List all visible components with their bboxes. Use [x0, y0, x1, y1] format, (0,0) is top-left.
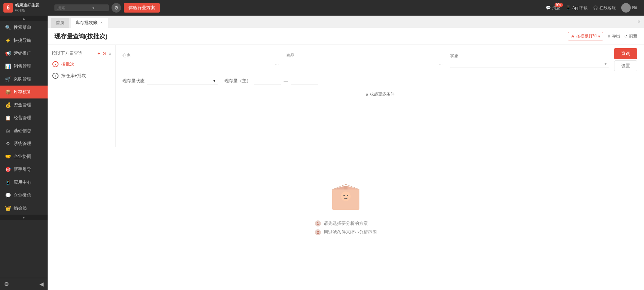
- warehouse-input-wrapper[interactable]: ···: [122, 60, 281, 68]
- app-download-button[interactable]: 📱 App下载: [566, 5, 588, 11]
- tab-home[interactable]: 首页: [51, 18, 69, 28]
- tab-close-icon[interactable]: ×: [100, 20, 103, 25]
- sidebar-item-marketing[interactable]: 📢 营销推广: [0, 47, 48, 60]
- sidebar-scroll-up[interactable]: ▲: [0, 16, 48, 21]
- stock-qty-min-input[interactable]: [254, 77, 281, 85]
- filter-right: 仓库 ··· 商品 ···: [116, 45, 644, 147]
- system-icon: ⚙: [5, 141, 11, 147]
- sidebar-label-wechat: 企业微信: [14, 192, 31, 198]
- logo-area: 6 畅康通好生意 标准版: [3, 3, 51, 13]
- edition-label: 标准版: [15, 8, 39, 13]
- svg-point-4: [347, 195, 348, 196]
- user-avatar-button[interactable]: Rit: [621, 3, 637, 13]
- messages-button[interactable]: 💬 消息 99+: [546, 5, 560, 11]
- sidebar: ▲ 🔍 搜索菜单 ⚡ 快捷导航 📢 营销推广 📊 销售管理 🛒 采购管理 📦 库…: [0, 16, 48, 290]
- scheme-header-actions: + ⊙ «: [98, 51, 111, 56]
- sidebar-item-wechat[interactable]: 💬 企业微信: [0, 189, 48, 202]
- online-service-label: 在线客服: [599, 5, 616, 11]
- product-input-wrapper[interactable]: ···: [286, 60, 445, 68]
- footer-settings-icon[interactable]: ⚙: [4, 281, 9, 287]
- status-select[interactable]: ▾: [450, 60, 609, 68]
- svg-point-3: [343, 195, 345, 196]
- sidebar-footer: ⚙ ◀: [0, 278, 48, 290]
- phone-icon: 📱: [566, 5, 571, 10]
- trial-button[interactable]: 体验行业方案: [124, 3, 160, 13]
- sales-icon: 📊: [5, 63, 11, 69]
- product-dots[interactable]: ···: [439, 61, 443, 67]
- sidebar-label-appcenter: 应用中心: [14, 179, 31, 185]
- header-search-bar[interactable]: ▾: [54, 4, 109, 11]
- stock-status-select[interactable]: ▾: [147, 77, 218, 85]
- sidebar-item-operation[interactable]: 📋 经营管理: [0, 111, 48, 124]
- sidebar-item-purchase[interactable]: 🛒 采购管理: [0, 73, 48, 86]
- scheme-add-icon[interactable]: +: [98, 51, 100, 56]
- main-layout: ▲ 🔍 搜索菜单 ⚡ 快捷导航 📢 营销推广 📊 销售管理 🛒 采购管理 📦 库…: [0, 16, 644, 290]
- sidebar-item-newguide[interactable]: 🎯 新手引导: [0, 163, 48, 176]
- settings-button[interactable]: 设置: [614, 60, 637, 71]
- user-name: Rit: [632, 5, 637, 10]
- query-button[interactable]: 查询: [614, 48, 637, 59]
- scheme-collapse-icon[interactable]: «: [108, 51, 111, 56]
- svg-point-2: [341, 192, 351, 201]
- sidebar-item-appcenter[interactable]: 📱 应用中心: [0, 176, 48, 189]
- warehouse-input[interactable]: [124, 61, 275, 67]
- scheme-item-label-wbatch: 按仓库+批次: [61, 73, 86, 79]
- export-label: 导出: [612, 33, 620, 39]
- sidebar-scroll-down[interactable]: ▼: [0, 215, 48, 220]
- empty-illustration: [325, 174, 366, 215]
- stock-qty-range: —: [254, 77, 318, 85]
- content-area: 首页 库存批次账 × × 现存量查询(按批次) 🖨 按模板打印 ▾: [48, 16, 644, 290]
- sidebar-label-marketing: 营销推广: [14, 50, 31, 56]
- scheme-header: 按以下方案查询 + ⊙ «: [48, 48, 115, 58]
- filter-fields-row2: 现存量状态 ▾ 现存量（主） —: [122, 77, 637, 85]
- warehouse-dots[interactable]: ···: [275, 61, 279, 67]
- scheme-item-by-warehouse-batch[interactable]: ○ 按仓库+批次: [48, 70, 115, 81]
- stock-qty-label: 现存量（主）: [224, 78, 251, 84]
- sidebar-label-inventory: 库存核算: [14, 89, 31, 95]
- logo-icon: 6: [3, 3, 13, 13]
- filter-item-stock-qty: 现存量（主） —: [224, 77, 320, 85]
- sidebar-item-quicknav[interactable]: ⚡ 快捷导航: [0, 34, 48, 47]
- print-button[interactable]: 🖨 按模板打印 ▾: [568, 32, 603, 40]
- collapse-more-label: 收起更多条件: [370, 91, 394, 97]
- empty-state: 1 请先选择要分析的方案 2 用过滤条件来缩小分析范围: [48, 147, 644, 262]
- page-header: 现存量查询(按批次) 🖨 按模板打印 ▾ ⬇ 导出 ↺ 刷新: [48, 28, 644, 45]
- tab-bar-right: ×: [638, 19, 641, 25]
- collapse-more-button[interactable]: ∧ 收起更多条件: [122, 89, 637, 99]
- filter-item-stock-status: 现存量状态 ▾: [122, 77, 218, 85]
- collapse-arrow-icon: ∧: [366, 92, 369, 97]
- sidebar-item-sales[interactable]: 📊 销售管理: [0, 60, 48, 73]
- member-icon: 👑: [5, 205, 11, 211]
- close-page-icon[interactable]: ×: [638, 19, 641, 25]
- scheme-item-by-batch[interactable]: ● 按批次: [48, 58, 115, 70]
- status-chevron-icon: ▾: [605, 61, 607, 66]
- product-input[interactable]: [288, 61, 439, 67]
- stock-status-chevron-icon: ▾: [213, 78, 216, 83]
- gear-button[interactable]: ⚙: [112, 3, 121, 13]
- page-content: 现存量查询(按批次) 🖨 按模板打印 ▾ ⬇ 导出 ↺ 刷新: [48, 28, 644, 290]
- headset-icon: 🎧: [593, 5, 598, 10]
- empty-tip-2: 2 用过滤条件来缩小分析范围: [315, 229, 377, 235]
- print-icon: 🖨: [571, 34, 575, 39]
- tip2-number: 2: [315, 229, 321, 235]
- tip2-text: 用过滤条件来缩小分析范围: [324, 229, 377, 235]
- scheme-settings-icon[interactable]: ⊙: [102, 51, 106, 56]
- sidebar-item-basics[interactable]: 🗂 基础信息: [0, 124, 48, 137]
- wechat-icon: 💬: [5, 192, 11, 198]
- sidebar-item-search[interactable]: 🔍 搜索菜单: [0, 21, 48, 34]
- sidebar-label-finance: 资金管理: [14, 102, 31, 108]
- refresh-button[interactable]: ↺ 刷新: [624, 33, 637, 39]
- scheme-item-icon-batch: ●: [52, 61, 58, 67]
- sidebar-item-system[interactable]: ⚙ 系统管理: [0, 137, 48, 150]
- sidebar-item-member[interactable]: 👑 畅会员: [0, 202, 48, 215]
- footer-collapse-icon[interactable]: ◀: [39, 281, 44, 287]
- tab-inventory-batch[interactable]: 库存批次账 ×: [71, 18, 108, 28]
- header-search-input[interactable]: [57, 5, 91, 10]
- sidebar-item-finance[interactable]: 💰 资金管理: [0, 98, 48, 111]
- sidebar-label-quicknav: 快捷导航: [14, 37, 31, 43]
- export-button[interactable]: ⬇ 导出: [607, 33, 620, 39]
- stock-qty-max-input[interactable]: [291, 77, 318, 85]
- online-service-button[interactable]: 🎧 在线客服: [593, 5, 616, 11]
- sidebar-item-inventory[interactable]: 📦 库存核算: [0, 86, 48, 98]
- sidebar-item-enterprise[interactable]: 🤝 企业协同: [0, 150, 48, 163]
